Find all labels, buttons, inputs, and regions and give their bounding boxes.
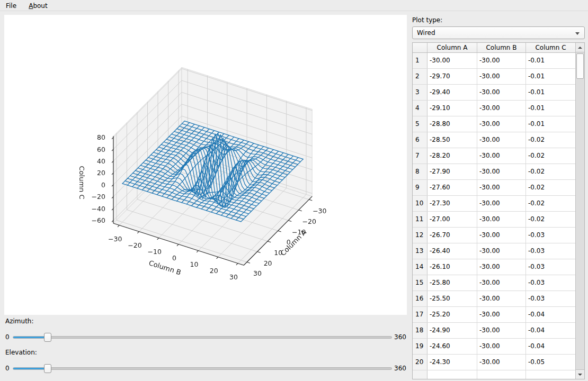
- row-number-cell[interactable]: 4: [413, 101, 427, 116]
- table-cell-a[interactable]: -28.20: [427, 148, 477, 164]
- table-cell-a[interactable]: -24.60: [427, 339, 477, 354]
- table-cell-b[interactable]: -30.00: [477, 132, 526, 148]
- table-cell-a[interactable]: -26.70: [427, 228, 477, 243]
- table-cell-a[interactable]: -26.40: [427, 243, 477, 259]
- row-number-cell[interactable]: 13: [413, 243, 427, 259]
- column-header-a[interactable]: Column A: [427, 43, 477, 52]
- table-corner-cell[interactable]: [413, 43, 427, 52]
- table-cell-b[interactable]: [477, 370, 526, 379]
- table-cell-a[interactable]: -27.30: [427, 196, 477, 211]
- elevation-slider-handle[interactable]: [44, 364, 51, 373]
- row-number-cell[interactable]: 9: [413, 180, 427, 195]
- table-cell-c[interactable]: -0.02: [526, 180, 575, 195]
- vertical-scrollbar[interactable]: [575, 43, 584, 379]
- row-number-cell[interactable]: 16: [413, 291, 427, 306]
- row-number-cell[interactable]: 2: [413, 69, 427, 84]
- row-number-cell[interactable]: 3: [413, 85, 427, 100]
- table-cell-c[interactable]: -0.03: [526, 228, 575, 243]
- column-header-c[interactable]: Column C: [526, 43, 575, 52]
- table-cell-a[interactable]: -28.50: [427, 132, 477, 148]
- table-cell-c[interactable]: -0.01: [526, 69, 575, 84]
- table-cell-a[interactable]: -30.00: [427, 53, 477, 68]
- table-cell-c[interactable]: -0.02: [526, 132, 575, 148]
- elevation-slider-track[interactable]: [13, 367, 392, 370]
- table-cell-b[interactable]: -30.00: [477, 355, 526, 370]
- table-cell-c[interactable]: -0.01: [526, 101, 575, 116]
- row-number-cell[interactable]: 7: [413, 148, 427, 164]
- row-number-cell[interactable]: 10: [413, 196, 427, 211]
- table-cell-c[interactable]: -0.04: [526, 323, 575, 338]
- table-cell-c[interactable]: -0.01: [526, 116, 575, 132]
- table-cell-a[interactable]: -29.10: [427, 101, 477, 116]
- scrollbar-thumb[interactable]: [576, 53, 584, 79]
- table-cell-a[interactable]: -25.80: [427, 275, 477, 291]
- row-number-cell[interactable]: 19: [413, 339, 427, 354]
- table-cell-a[interactable]: -25.20: [427, 307, 477, 322]
- plot-canvas[interactable]: [4, 15, 407, 315]
- table-cell-b[interactable]: -30.00: [477, 307, 526, 322]
- table-cell-c[interactable]: -0.01: [526, 53, 575, 68]
- table-cell-b[interactable]: -30.00: [477, 228, 526, 243]
- column-header-b[interactable]: Column B: [477, 43, 526, 52]
- table-cell-b[interactable]: -30.00: [477, 275, 526, 291]
- row-number-cell[interactable]: 15: [413, 275, 427, 291]
- table-cell-b[interactable]: -30.00: [477, 180, 526, 195]
- row-number-cell[interactable]: 5: [413, 116, 427, 132]
- table-cell-b[interactable]: -30.00: [477, 85, 526, 100]
- table-cell-b[interactable]: -30.00: [477, 243, 526, 259]
- table-cell-c[interactable]: -0.01: [526, 85, 575, 100]
- table-cell-b[interactable]: -30.00: [477, 259, 526, 275]
- row-number-cell[interactable]: 11: [413, 212, 427, 227]
- table-cell-a[interactable]: -28.80: [427, 116, 477, 132]
- table-cell-c[interactable]: [526, 370, 575, 379]
- table-cell-c[interactable]: -0.03: [526, 275, 575, 291]
- table-cell-c[interactable]: -0.03: [526, 259, 575, 275]
- table-cell-b[interactable]: -30.00: [477, 323, 526, 338]
- row-number-cell[interactable]: 18: [413, 323, 427, 338]
- row-number-cell[interactable]: 14: [413, 259, 427, 275]
- scroll-up-button[interactable]: [576, 43, 584, 52]
- table-cell-b[interactable]: -30.00: [477, 164, 526, 179]
- table-cell-b[interactable]: -30.00: [477, 101, 526, 116]
- table-cell-c[interactable]: -0.04: [526, 307, 575, 322]
- table-cell-a[interactable]: -25.50: [427, 291, 477, 306]
- table-cell-a[interactable]: -29.40: [427, 85, 477, 100]
- table-cell-c[interactable]: -0.02: [526, 212, 575, 227]
- table-cell-c[interactable]: -0.02: [526, 148, 575, 164]
- table-cell-c[interactable]: -0.04: [526, 339, 575, 354]
- row-number-cell[interactable]: 17: [413, 307, 427, 322]
- table-cell-b[interactable]: -30.00: [477, 339, 526, 354]
- table-cell-a[interactable]: -27.00: [427, 212, 477, 227]
- table-cell-c[interactable]: -0.02: [526, 164, 575, 179]
- menu-item-file[interactable]: File: [1, 1, 21, 11]
- row-number-cell[interactable]: 1: [413, 53, 427, 68]
- table-cell-c[interactable]: -0.03: [526, 291, 575, 306]
- table-cell-b[interactable]: -30.00: [477, 291, 526, 306]
- row-number-cell[interactable]: 20: [413, 355, 427, 370]
- table-cell-b[interactable]: -30.00: [477, 69, 526, 84]
- table-cell-c[interactable]: -0.02: [526, 196, 575, 211]
- table-cell-b[interactable]: -30.00: [477, 53, 526, 68]
- table-cell-c[interactable]: -0.03: [526, 243, 575, 259]
- plot-type-combobox[interactable]: Wired: [412, 26, 585, 39]
- table-cell-b[interactable]: -30.00: [477, 148, 526, 164]
- table-cell-a[interactable]: -24.30: [427, 355, 477, 370]
- row-number-cell[interactable]: 8: [413, 164, 427, 179]
- table-cell-a[interactable]: -26.10: [427, 259, 477, 275]
- table-cell-a[interactable]: -29.70: [427, 69, 477, 84]
- table-cell-b[interactable]: -30.00: [477, 196, 526, 211]
- table-cell-a[interactable]: -27.60: [427, 180, 477, 195]
- table-cell-a[interactable]: -24.90: [427, 323, 477, 338]
- menu-item-about[interactable]: About: [24, 1, 52, 11]
- azimuth-slider-handle[interactable]: [44, 333, 51, 342]
- table-cell-b[interactable]: -30.00: [477, 116, 526, 132]
- table-cell-c[interactable]: -0.05: [526, 355, 575, 370]
- table-cell-b[interactable]: -30.00: [477, 212, 526, 227]
- row-number-cell[interactable]: 6: [413, 132, 427, 148]
- scroll-down-button[interactable]: [576, 369, 584, 379]
- row-number-cell[interactable]: [413, 370, 427, 379]
- azimuth-slider-track[interactable]: [13, 336, 392, 339]
- table-cell-a[interactable]: [427, 370, 477, 379]
- table-cell-a[interactable]: -27.90: [427, 164, 477, 179]
- row-number-cell[interactable]: 12: [413, 228, 427, 243]
